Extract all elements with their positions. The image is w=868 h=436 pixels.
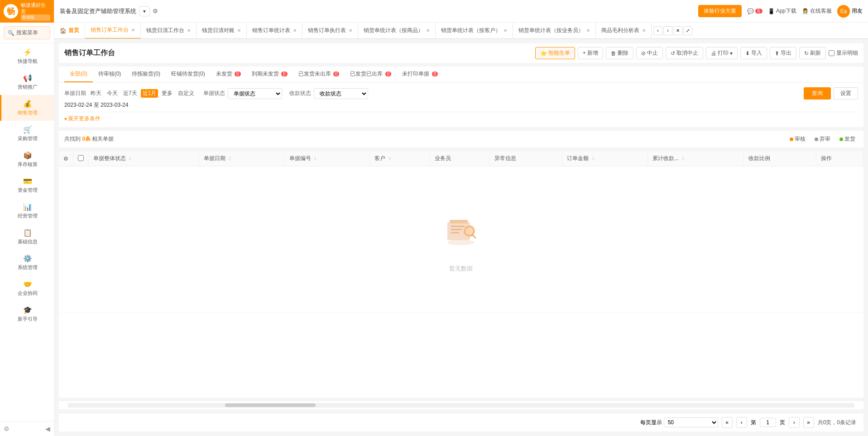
tab-sales-exec-close[interactable]: ✕ [349,28,352,33]
last-page-btn[interactable]: » [803,417,814,428]
tab-cash-daily-close[interactable]: ✕ [187,28,191,33]
column-settings-icon[interactable]: ⚙ [63,156,68,162]
app-download-btn[interactable]: 📱 App下载 [768,7,796,15]
sidebar-item-system[interactable]: ⚙️ 系统管理 [0,250,54,275]
sidebar-search-area: 🔍 搜索菜单 [0,23,54,43]
smart-gen-label: 智能生单 [548,49,570,57]
import-btn[interactable]: ⬇ 导入 [740,47,767,59]
sub-tab-expired[interactable]: 到期未发货 0 [246,66,293,82]
review-btn[interactable]: 审核 [787,134,808,144]
sub-tab-not-shipped[interactable]: 未发货 0 [211,66,246,82]
show-detail-checkbox[interactable] [829,50,834,56]
sidebar-item-enterprise[interactable]: 🤝 企业协同 [0,275,54,301]
sub-tab-all[interactable]: 全部(0) [64,66,93,82]
first-page-btn[interactable]: « [722,417,733,428]
tab-sales-order-close[interactable]: ✕ [131,28,135,33]
tab-sales-single-staff[interactable]: 销货单统计表（按业务员） ✕ [513,23,596,39]
sidebar-item-inventory[interactable]: 📦 库存核算 [0,147,54,172]
sidebar-settings-btn[interactable]: ⚙ [4,425,10,432]
next-page-btn[interactable]: › [789,417,800,428]
cancel-stop-btn[interactable]: ↺ 取消中止 [666,47,703,59]
expand-row: ▾ 展开更多条件 [64,112,858,123]
tab-sales-single-customer-close[interactable]: ✕ [504,28,507,33]
tab-sales-single-product[interactable]: 销货单统计表（按商品） ✕ [358,23,436,39]
tab-prev-btn[interactable]: ‹ [653,26,662,35]
prev-page-btn[interactable]: ‹ [736,417,747,428]
message-btn[interactable]: 💬 6 [747,8,762,14]
tab-next-btn[interactable]: › [663,26,672,35]
sidebar-item-purchase[interactable]: 🛒 采购管理 [0,121,54,147]
stop-btn[interactable]: ⊘ 中止 [636,47,663,59]
sidebar-item-marketing[interactable]: 📢 营销推广 [0,69,54,95]
tab-cash-daily[interactable]: 钱货日清工作台 ✕ [141,23,197,39]
tab-sales-order[interactable]: 销售订单工作台 ✕ [85,23,141,39]
date-link-7days[interactable]: 近7天 [121,89,139,98]
expand-conditions-btn[interactable]: ▾ 展开更多条件 [64,115,858,123]
system-dropdown-btn[interactable]: ▾ [139,6,150,16]
delete-icon: 🗑 [611,50,616,57]
tab-home[interactable]: 🏠 首页 [54,23,85,39]
sort-amount-icon[interactable]: ↕ [592,155,595,161]
smart-gen-btn[interactable]: ⭐ 智能生单 [535,47,575,59]
sidebar-item-operations[interactable]: 📊 经营管理 [0,198,54,224]
sub-tab-pending-inspect[interactable]: 待拣验货(0) [126,66,166,82]
sidebar-collapse-btn[interactable]: ◀ [45,425,50,432]
tab-gross-profit[interactable]: 商品毛利分析表 ✕ [596,23,652,39]
horizontal-scrollbar[interactable] [68,403,854,408]
sort-date-icon[interactable]: ↕ [229,155,231,161]
import-label: 导入 [751,49,762,57]
set-btn[interactable]: 设置 [834,87,858,100]
refresh-btn[interactable]: ↻ 刷新 [799,47,826,59]
sort-customer-icon[interactable]: ↕ [388,155,391,161]
sidebar-item-basic-info[interactable]: 📋 基础信息 [0,224,54,250]
tab-sales-single-staff-close[interactable]: ✕ [586,28,590,33]
settings-icon-btn[interactable]: ⚙ [153,8,158,14]
sidebar-item-guide[interactable]: 🎓 新手引导 [0,301,54,327]
sort-status-icon[interactable]: ↕ [129,155,131,161]
tab-close-all-btn[interactable]: ✕ [673,26,682,35]
tab-cash-reconcile[interactable]: 钱货日清对账 ✕ [197,23,247,39]
scrollbar-thumb[interactable] [225,403,316,407]
tab-sales-stat[interactable]: 销售订单统计表 ✕ [247,23,302,39]
date-link-custom[interactable]: 自定义 [176,89,196,98]
page-input[interactable] [760,418,776,427]
filter-payment-select[interactable]: 收款状态 [314,88,368,99]
tab-expand-btn[interactable]: ⤢ [683,26,692,35]
online-service-btn[interactable]: 👩‍💼 在线客服 [802,7,832,15]
select-all-checkbox[interactable] [78,155,84,161]
per-page-select[interactable]: 10 20 50 100 [664,417,718,427]
sub-tab-wangpu[interactable]: 旺铺待发货(0) [166,66,211,82]
tab-sales-exec[interactable]: 销售订单执行表 ✕ [302,23,358,39]
sub-tab-pending-review[interactable]: 待审核(0) [93,66,127,82]
sub-tab-shipped-out[interactable]: 已发货已出库 0 [345,66,397,82]
tab-sales-stat-close[interactable]: ✕ [293,28,297,33]
date-link-today[interactable]: 今天 [105,89,120,98]
not-printed-badge: 0 [432,71,438,76]
sub-tab-shipped-not-out[interactable]: 已发货未出库 0 [293,66,345,82]
new-btn[interactable]: + 新增 [578,47,603,59]
search-menu-button[interactable]: 🔍 搜索菜单 [4,26,50,39]
sidebar-item-finance[interactable]: 💳 资金管理 [0,172,54,198]
sidebar-item-sales[interactable]: 💰 销售管理 [0,95,54,121]
export-btn[interactable]: ⬆ 导出 [770,47,796,59]
tab-sales-single-product-close[interactable]: ✕ [426,28,430,33]
tab-sales-single-customer[interactable]: 销货单统计表（按客户） ✕ [436,23,513,39]
user-area[interactable]: Ea 用友 [837,5,863,18]
sidebar-item-quick-nav[interactable]: ⚡ 快捷导航 [0,43,54,69]
sort-number-icon[interactable]: ↕ [314,155,317,161]
tab-cash-reconcile-close[interactable]: ✕ [237,28,241,33]
sort-received-icon[interactable]: ↕ [681,155,684,161]
filter-status-select[interactable]: 单据状态 [228,88,282,99]
date-link-more[interactable]: 更多 [160,89,174,98]
date-link-1month[interactable]: 近1月 [141,89,158,98]
cancel-review-btn[interactable]: 弃审 [812,134,833,144]
page-actions: ⭐ 智能生单 + 新增 🗑 删除 ⊘ 中止 ↺ 取消中止 🖨 [535,47,858,59]
date-link-yesterday[interactable]: 昨天 [89,89,103,98]
ship-btn[interactable]: 发货 [837,134,858,144]
sub-tab-not-printed[interactable]: 未打印单据 0 [397,66,443,82]
query-btn[interactable]: 查询 [804,87,831,100]
delete-btn[interactable]: 🗑 删除 [606,47,633,59]
solution-btn[interactable]: 体验行业方案 [698,5,742,17]
tab-gross-profit-close[interactable]: ✕ [642,28,646,33]
print-btn[interactable]: 🖨 打印 ▾ [706,47,738,59]
